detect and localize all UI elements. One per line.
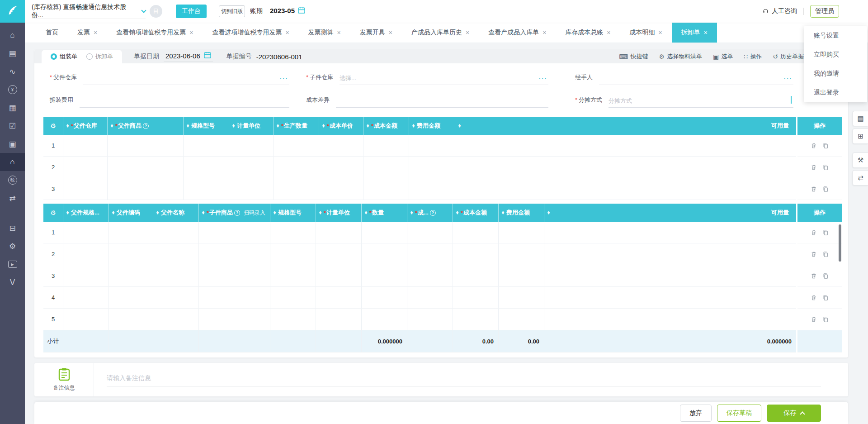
grid-cell[interactable]	[499, 243, 544, 265]
grid-cell[interactable]	[453, 222, 499, 243]
chevron-down-icon[interactable]	[791, 96, 792, 103]
grid-cell[interactable]	[153, 265, 199, 286]
grid-cell[interactable]	[409, 178, 455, 200]
sidebar-item-tax[interactable]: 税	[0, 171, 25, 189]
calendar-icon[interactable]	[204, 52, 211, 60]
grid-cell[interactable]	[63, 222, 109, 243]
column-header-9[interactable]: ▲▼*成...?	[407, 204, 453, 222]
grid-cell[interactable]	[499, 309, 544, 330]
ellipsis-picker-icon[interactable]: ···	[539, 75, 547, 82]
close-icon[interactable]: ×	[189, 29, 193, 36]
grid-cell[interactable]	[316, 265, 362, 286]
admin-user-button[interactable]: 管理员	[810, 5, 839, 18]
grid-cell[interactable]	[184, 135, 229, 156]
copy-row-icon[interactable]	[822, 164, 829, 171]
delete-row-icon[interactable]	[811, 186, 817, 192]
grid-cell[interactable]	[63, 287, 109, 308]
tab-9[interactable]: 成本明细×	[620, 23, 672, 43]
action-operations[interactable]: ∷操作	[744, 52, 762, 61]
grid-cell[interactable]	[316, 222, 362, 243]
close-icon[interactable]: ×	[389, 29, 392, 36]
grid-cell[interactable]	[274, 178, 319, 200]
grid-cell[interactable]	[362, 222, 407, 243]
column-header-4[interactable]: ▲▼规格型号	[184, 117, 229, 135]
grid-cell[interactable]	[362, 309, 407, 330]
grid-cell[interactable]	[108, 178, 184, 200]
scan-entry-link[interactable]: 扫码录入	[244, 209, 265, 217]
doc-type-radio-0[interactable]: 组装单	[51, 52, 77, 61]
column-header-11[interactable]: ▲▼费用金额	[499, 204, 544, 222]
delete-row-icon[interactable]	[811, 164, 817, 171]
grid-cell[interactable]	[274, 135, 319, 156]
grid-cell[interactable]	[109, 265, 153, 286]
child-warehouse-input[interactable]: 选择...···	[340, 71, 548, 85]
column-header-9[interactable]: ▲▼费用金额	[409, 117, 455, 135]
handler-input[interactable]: ···	[599, 71, 793, 85]
grid-cell[interactable]	[199, 287, 270, 308]
grid-cell[interactable]	[407, 287, 453, 308]
copy-row-icon[interactable]	[822, 229, 829, 236]
grid-cell[interactable]	[274, 157, 319, 178]
grid-cell[interactable]	[363, 157, 409, 178]
grid-cell[interactable]	[270, 243, 316, 265]
copy-row-icon[interactable]	[822, 273, 829, 279]
sidebar-item-video[interactable]: ▶	[0, 255, 25, 273]
period-value[interactable]: 2023-05	[268, 6, 307, 17]
doc-detail-tool[interactable]: ⊞	[853, 129, 868, 144]
grid-cell[interactable]	[153, 287, 199, 308]
close-icon[interactable]: ×	[337, 29, 341, 36]
menu-item-0[interactable]: 账号设置	[804, 26, 867, 45]
column-header-3[interactable]: ▲▼*父件商品?	[108, 117, 184, 135]
grid-cell[interactable]	[109, 287, 153, 308]
grid-cell[interactable]	[453, 309, 499, 330]
doc-type-radio-1[interactable]: 拆卸单	[86, 52, 113, 61]
cost-variance-input[interactable]	[336, 94, 548, 108]
tab-2[interactable]: 查看销项增值税专用发票×	[107, 23, 203, 43]
tab-5[interactable]: 发票开具×	[350, 23, 402, 43]
grid-cell[interactable]	[184, 157, 229, 178]
grid-cell[interactable]	[184, 178, 229, 200]
doc-date-value[interactable]: 2023-06-06	[164, 52, 213, 62]
grid-cell[interactable]	[63, 157, 108, 178]
grid-cell[interactable]	[229, 178, 274, 200]
column-header-3[interactable]: ▲▼父件编码	[109, 204, 153, 222]
grid-cell[interactable]	[109, 243, 153, 265]
extra-sort-column[interactable]: ▲▼	[544, 204, 558, 222]
copy-row-icon[interactable]	[822, 143, 829, 149]
extra-sort-column[interactable]: ▲▼	[455, 117, 469, 135]
grid-cell[interactable]	[199, 243, 270, 265]
close-icon[interactable]: ×	[704, 29, 708, 36]
grid-cell[interactable]	[153, 243, 199, 265]
copy-row-icon[interactable]	[822, 316, 829, 323]
grid-cell[interactable]	[319, 157, 363, 178]
column-header-7[interactable]: ▲▼*成本单价	[319, 117, 363, 135]
parent-warehouse-input[interactable]: ···	[83, 71, 289, 85]
app-logo[interactable]	[0, 0, 25, 23]
doc-number-value[interactable]: -20230606-001	[256, 53, 302, 61]
help-icon[interactable]: ?	[430, 210, 436, 216]
save-draft-button[interactable]: 保存草稿	[717, 405, 761, 422]
sidebar-item-archive[interactable]: ⊟	[0, 219, 25, 237]
vertical-scrollbar[interactable]	[839, 224, 841, 262]
save-button[interactable]: 保存	[767, 405, 821, 422]
copy-row-icon[interactable]	[822, 251, 829, 257]
sidebar-item-voucher[interactable]: ▣	[0, 135, 25, 153]
tab-7[interactable]: 查看产成品入库单×	[479, 23, 556, 43]
tab-8[interactable]: 库存成本总账×	[556, 23, 620, 43]
grid-cell[interactable]	[362, 265, 407, 286]
grid-cell[interactable]	[270, 309, 316, 330]
close-icon[interactable]: ×	[659, 29, 662, 36]
close-icon[interactable]: ×	[466, 29, 469, 36]
discard-button[interactable]: 放弃	[680, 405, 712, 422]
grid-cell[interactable]	[409, 157, 455, 178]
service-tool[interactable]: ⚒	[853, 152, 868, 168]
workbench-button[interactable]: 工作台	[176, 5, 207, 18]
close-icon[interactable]: ×	[94, 29, 97, 36]
help-icon[interactable]: ?	[143, 123, 149, 129]
grid-cell[interactable]	[63, 178, 108, 200]
grid-cell[interactable]	[407, 222, 453, 243]
action-history-docs[interactable]: ↺历史单据	[773, 52, 804, 61]
grid-cell[interactable]	[199, 222, 270, 243]
grid-cell[interactable]	[63, 265, 109, 286]
sidebar-item-settings[interactable]: ⚙	[0, 237, 25, 255]
